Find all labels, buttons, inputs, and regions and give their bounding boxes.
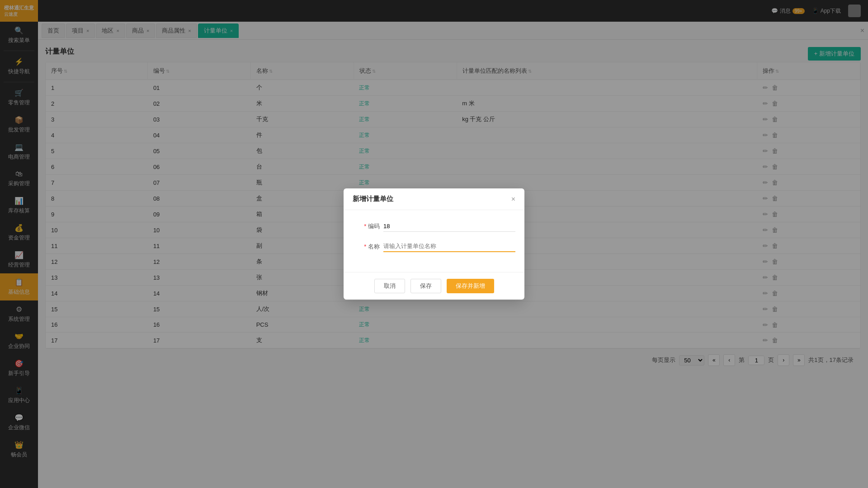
modal-footer: 取消 保存 保存并新增 — [344, 272, 524, 300]
add-unit-modal: 新增计量单位 × 编码 名称 取消 保存 保存并新增 — [344, 188, 524, 300]
save-button[interactable]: 保存 — [410, 279, 441, 293]
save-and-new-button[interactable]: 保存并新增 — [447, 279, 494, 293]
modal-overlay: 新增计量单位 × 编码 名称 取消 保存 保存并新增 — [0, 0, 868, 488]
code-label: 编码 — [353, 222, 380, 230]
modal-title: 新增计量单位 — [353, 195, 393, 203]
code-form-row: 编码 — [353, 221, 515, 232]
modal-body: 编码 名称 — [344, 210, 524, 272]
cancel-button[interactable]: 取消 — [374, 279, 405, 293]
name-label: 名称 — [353, 243, 380, 251]
code-input[interactable] — [383, 221, 515, 232]
modal-header: 新增计量单位 × — [344, 188, 524, 210]
name-form-row: 名称 — [353, 241, 515, 252]
modal-close-button[interactable]: × — [511, 195, 515, 203]
name-input[interactable] — [383, 241, 515, 252]
